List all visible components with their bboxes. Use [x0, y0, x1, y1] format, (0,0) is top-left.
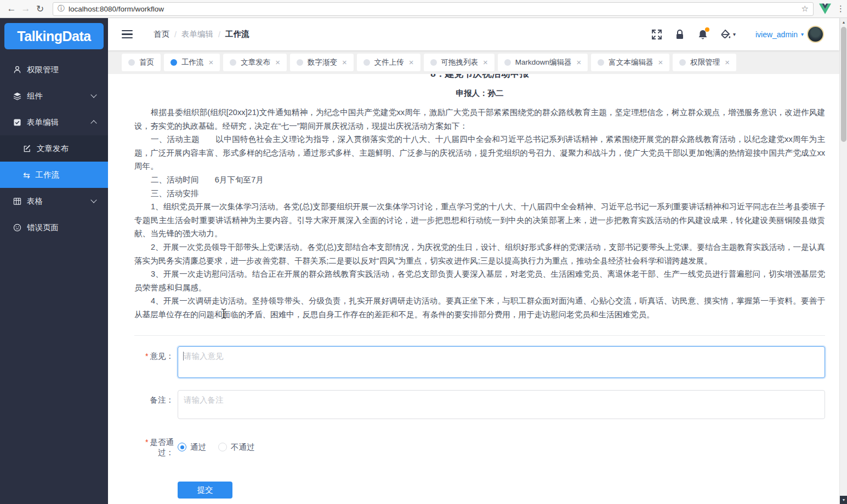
- close-icon[interactable]: ×: [342, 58, 347, 66]
- user-menu[interactable]: iview_admin ▾: [755, 26, 824, 43]
- tab-dot-icon: [128, 59, 135, 66]
- breadcrumb-separator: /: [174, 30, 177, 39]
- compose-icon: [23, 145, 31, 153]
- app-logo[interactable]: TalkingData: [4, 23, 104, 49]
- page-scrollbar[interactable]: ▲ ▼: [839, 18, 847, 504]
- paragraph: 三、活动安排: [134, 187, 825, 201]
- remark-label: 备注：: [134, 390, 174, 419]
- caret-down-icon: ▾: [801, 31, 804, 37]
- sidebar-item-components[interactable]: 组件: [0, 83, 108, 109]
- tab-workflow[interactable]: 工作流×: [164, 54, 220, 71]
- sidebar-menu: 权限管理 组件 表单编辑 文章发布 ⇆ 工作流 表格 错误页面: [0, 56, 108, 240]
- remark-textarea[interactable]: [178, 390, 825, 419]
- tab-label: 可拖拽列表: [441, 58, 479, 67]
- tab-number-gradient[interactable]: 数字渐变×: [290, 54, 354, 71]
- tab-article-publish[interactable]: 文章发布×: [223, 54, 287, 71]
- browser-menu-icon[interactable]: ⋮: [837, 4, 845, 14]
- scroll-up-icon[interactable]: ▲: [840, 18, 847, 26]
- fullscreen-icon[interactable]: [651, 29, 662, 40]
- sidebar: TalkingData 权限管理 组件 表单编辑 文章发布 ⇆ 工作流 表格: [0, 18, 108, 504]
- tab-dot-icon: [363, 59, 370, 66]
- browser-back-button[interactable]: ←: [4, 3, 19, 14]
- table-icon: [13, 197, 21, 205]
- scroll-down-icon[interactable]: ▼: [840, 496, 847, 504]
- required-mark: *: [145, 352, 148, 360]
- main-content: 8：建党节庆祝活动申报 申报人：孙二 根据县委组织部(组织[20xx]21)文件…: [108, 74, 839, 504]
- sidebar-item-article-publish[interactable]: 文章发布: [0, 135, 108, 162]
- sidebar-item-form-edit[interactable]: 表单编辑: [0, 109, 108, 135]
- tab-permission[interactable]: 权限管理×: [673, 54, 736, 71]
- tab-dot-icon: [430, 59, 437, 66]
- header-actions: ▾ iview_admin ▾: [651, 26, 824, 43]
- breadcrumb-current: 工作流: [225, 29, 249, 39]
- radio-label: 通过: [190, 442, 206, 453]
- checkbox-icon: [13, 118, 21, 127]
- pass-radio-group: 通过 不通过: [178, 437, 255, 458]
- tab-dot-icon: [297, 59, 303, 66]
- tab-richtext-editor[interactable]: 富文本编辑器×: [591, 54, 669, 71]
- tab-markdown-editor[interactable]: Markdown编辑器×: [498, 54, 588, 71]
- close-icon[interactable]: ×: [275, 58, 280, 66]
- caret-down-icon: ▾: [733, 31, 736, 37]
- tab-dot-icon: [598, 59, 604, 66]
- text-caret: [183, 352, 184, 360]
- tab-label: 工作流: [181, 58, 204, 67]
- tab-label: 文章发布: [241, 58, 270, 67]
- close-icon[interactable]: ×: [409, 58, 414, 66]
- radio-pass[interactable]: 通过: [178, 442, 206, 453]
- collapse-menu-button[interactable]: [122, 28, 133, 41]
- document-title-clipped: 8：建党节庆祝活动申报: [134, 74, 825, 81]
- paragraph: 3、开展一次走访慰问活动。结合正在开展的群众路线教育实践活动，各党总支部负责人要…: [134, 267, 825, 294]
- chevron-down-icon: [90, 91, 96, 98]
- breadcrumb-separator: /: [218, 30, 220, 39]
- person-icon: [13, 66, 21, 74]
- swap-arrows-icon: ⇆: [23, 171, 30, 179]
- radio-dot-icon: [218, 443, 227, 451]
- sidebar-item-label: 工作流: [36, 170, 60, 180]
- tab-label: 富文本编辑器: [609, 58, 653, 67]
- browser-toolbar: ← → ↻ ⓘ localhost:8080/form/workflow ☆ ⋮: [0, 0, 847, 18]
- sidebar-item-error-page[interactable]: 错误页面: [0, 214, 108, 240]
- notification-bell-icon[interactable]: [697, 29, 708, 40]
- close-icon[interactable]: ×: [483, 58, 488, 66]
- pass-label: *是否通过：: [134, 437, 174, 458]
- vue-devtools-icon[interactable]: [819, 3, 831, 14]
- scrollbar-thumb[interactable]: [841, 27, 846, 142]
- address-bar[interactable]: ⓘ localhost:8080/form/workflow ☆: [53, 2, 814, 16]
- bookmark-star-icon[interactable]: ☆: [801, 4, 809, 14]
- submit-button[interactable]: 提交: [178, 482, 232, 499]
- url-text[interactable]: localhost:8080/form/workflow: [69, 5, 801, 13]
- tab-home[interactable]: 首页: [122, 54, 161, 71]
- tab-draggable-list[interactable]: 可拖拽列表×: [424, 54, 494, 71]
- site-info-icon[interactable]: ⓘ: [58, 4, 65, 14]
- tab-label: 数字渐变: [308, 58, 337, 67]
- close-icon[interactable]: ×: [209, 58, 214, 66]
- paragraph: 根据县委组织部(组织[20xx]21)文件通知精神，为纪念中国共产党建党xx周年…: [134, 106, 825, 133]
- paint-bucket-icon: [720, 29, 731, 40]
- layers-icon: [13, 92, 21, 100]
- theme-switcher[interactable]: ▾: [720, 29, 736, 40]
- sidebar-item-workflow[interactable]: ⇆ 工作流: [0, 162, 108, 188]
- radio-label: 不通过: [231, 442, 255, 453]
- notification-badge: [705, 27, 709, 32]
- approval-form: *意见： 备注： *是否通过： 通过 不通过 提交: [134, 346, 825, 499]
- breadcrumb-form-edit[interactable]: 表单编辑: [181, 29, 213, 39]
- form-divider: [134, 335, 825, 336]
- breadcrumb-home[interactable]: 首页: [154, 29, 169, 39]
- opinion-textarea[interactable]: [178, 346, 825, 378]
- breadcrumb: 首页 / 表单编辑 / 工作流: [154, 29, 249, 39]
- sidebar-item-table[interactable]: 表格: [0, 188, 108, 214]
- chevron-down-icon: [90, 197, 96, 203]
- browser-refresh-button[interactable]: ↻: [33, 3, 47, 15]
- tab-file-upload[interactable]: 文件上传×: [357, 54, 420, 71]
- avatar[interactable]: [807, 26, 824, 43]
- close-icon[interactable]: ×: [577, 58, 582, 66]
- close-icon[interactable]: ×: [658, 58, 663, 66]
- opinion-label: *意见：: [134, 346, 174, 378]
- lock-icon[interactable]: [674, 29, 685, 40]
- sidebar-item-permission[interactable]: 权限管理: [0, 56, 108, 83]
- browser-forward-button[interactable]: →: [19, 3, 33, 14]
- close-icon[interactable]: ×: [725, 58, 730, 66]
- chevron-up-icon: [90, 120, 96, 126]
- radio-fail[interactable]: 不通过: [218, 442, 255, 453]
